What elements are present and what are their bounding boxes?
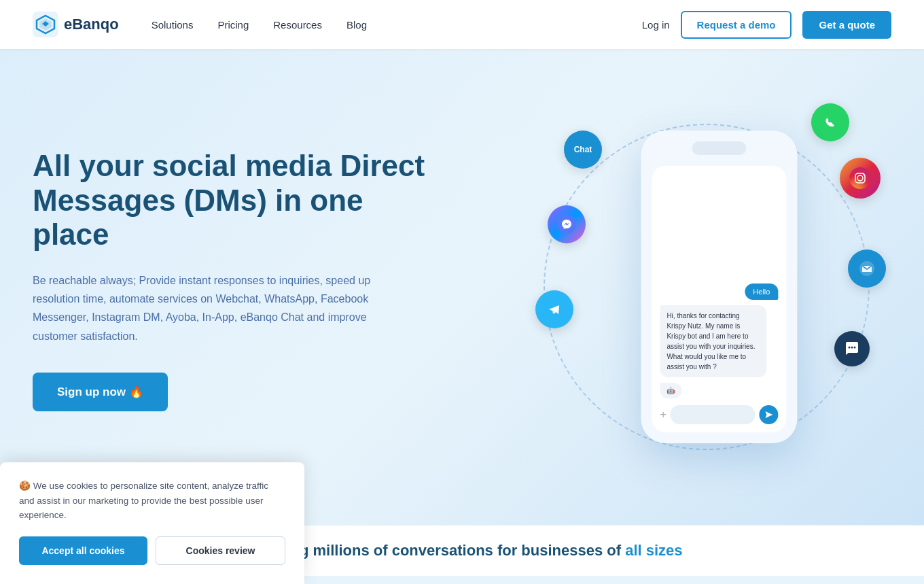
svg-point-9 [849, 347, 851, 349]
hero-title: All your social media Direct Messages (D… [33, 149, 427, 252]
chat-icon[interactable]: Chat [564, 131, 602, 169]
svg-point-11 [854, 347, 856, 349]
ayoba-icon[interactable] [848, 250, 886, 288]
chat-input-bar: + [660, 405, 778, 424]
nav-solutions[interactable]: Solutions [152, 19, 194, 31]
login-button[interactable]: Log in [642, 19, 670, 31]
whatsapp-icon[interactable] [811, 103, 849, 141]
cookie-message: 🍪 We use cookies to personalize site con… [19, 479, 285, 523]
hero-content: All your social media Direct Messages (D… [33, 149, 427, 411]
chat-bot-bubble: Hi, thanks for contacting Krispy Nutz. M… [660, 305, 766, 377]
request-demo-button[interactable]: Request a demo [681, 11, 792, 39]
hero-visual: Chat [530, 90, 883, 484]
bottom-banner-highlight: all sizes [625, 542, 682, 559]
cookies-review-button[interactable]: Cookies review [156, 536, 285, 565]
accept-cookies-button[interactable]: Accept all cookies [19, 536, 147, 565]
instagram-icon[interactable] [840, 158, 881, 199]
chat-plus-icon[interactable]: + [660, 409, 666, 421]
svg-point-10 [851, 347, 853, 349]
hero-section: All your social media Direct Messages (D… [0, 49, 924, 525]
nav-blog[interactable]: Blog [346, 19, 367, 31]
navbar: eBanqo Solutions Pricing Resources Blog … [0, 0, 924, 49]
chat-bot-icon-bubble: 🤖 [660, 383, 681, 398]
phone-notch [692, 141, 746, 155]
phone-screen: Hello Hi, thanks for contacting Krispy N… [652, 166, 786, 432]
cookie-buttons: Accept all cookies Cookies review [19, 536, 285, 565]
nav-actions: Log in Request a demo Get a quote [642, 11, 891, 39]
cookie-emoji: 🍪 [19, 481, 31, 491]
svg-point-4 [849, 167, 871, 189]
nav-pricing[interactable]: Pricing [217, 19, 249, 31]
chat-input-field[interactable] [671, 405, 756, 424]
svg-point-1 [557, 215, 576, 234]
chat2-icon[interactable] [834, 331, 870, 366]
messenger-icon[interactable] [548, 205, 586, 243]
hero-description: Be reachable always; Provide instant res… [33, 271, 386, 345]
nav-links: Solutions Pricing Resources Blog [152, 19, 642, 31]
svg-point-7 [863, 174, 864, 175]
cookie-banner: 🍪 We use cookies to personalize site con… [0, 462, 304, 584]
logo-link[interactable]: eBanqo [33, 12, 119, 37]
brand-name: eBanqo [64, 16, 119, 33]
get-quote-button[interactable]: Get a quote [802, 11, 891, 39]
signup-button[interactable]: Sign up now 🔥 [33, 373, 168, 411]
chat-send-button[interactable] [759, 405, 778, 424]
chat-user-bubble: Hello [745, 284, 778, 300]
logo-icon [33, 12, 58, 37]
phone-mockup: Hello Hi, thanks for contacting Krispy N… [641, 131, 797, 443]
telegram-icon[interactable] [535, 290, 573, 328]
nav-resources[interactable]: Resources [273, 19, 322, 31]
